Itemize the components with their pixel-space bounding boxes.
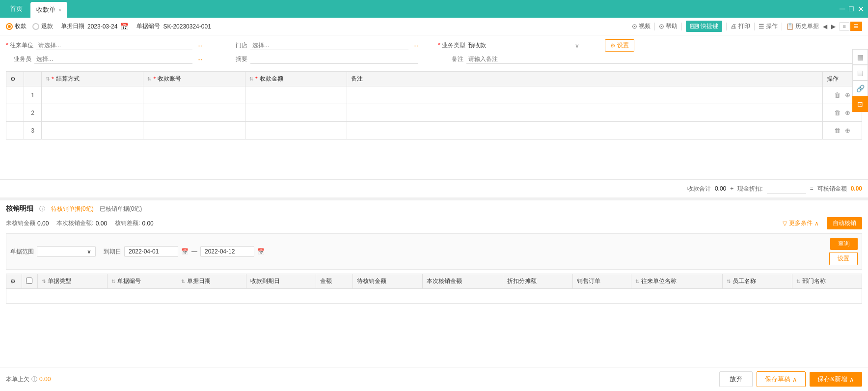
- sub-sort2[interactable]: ⇅: [111, 279, 115, 284]
- from-unit-ellipsis[interactable]: ···: [197, 42, 202, 49]
- bill-range-select[interactable]: ∨: [37, 246, 96, 257]
- query-btn[interactable]: 查询: [830, 238, 858, 250]
- video-btn[interactable]: ⊙ 视频: [632, 22, 651, 30]
- operation-btn[interactable]: ☰ 操作: [759, 22, 778, 30]
- date-from-input[interactable]: [124, 246, 178, 257]
- nav-right-icon[interactable]: ▶: [831, 23, 836, 30]
- sub-discount-col: 折扣分摊额: [503, 274, 573, 289]
- date-to-icon[interactable]: 📅: [257, 248, 265, 255]
- nav-tab-home[interactable]: 首页: [4, 0, 28, 18]
- receipt-account-cell[interactable]: [143, 86, 245, 104]
- shortcut-btn[interactable]: ⌨ 快捷键: [686, 21, 722, 32]
- discount-label: 现金折扣:: [737, 185, 762, 193]
- sub-sort1[interactable]: ⇅: [42, 279, 46, 284]
- stat-info-icon[interactable]: ⓘ: [31, 375, 37, 384]
- close-window-icon[interactable]: ✕: [858, 4, 864, 14]
- top-nav: 首页 收款单 × ─ □ ✕: [0, 0, 868, 18]
- table-footer: 收款合计 0.00 + 现金折扣: = 可核销金额 0.00: [0, 179, 868, 197]
- remark-cell[interactable]: [347, 122, 823, 140]
- discount-input[interactable]: [767, 184, 806, 194]
- settle-method-cell[interactable]: [42, 122, 143, 140]
- copy-icon[interactable]: ⊕: [845, 127, 850, 134]
- sub-from-unit-col: ⇅ 往来单位名称: [631, 274, 723, 289]
- receipt-amount-cell[interactable]: [245, 86, 347, 104]
- right-panel-btn2[interactable]: ▤: [852, 65, 868, 81]
- receipt-amount-header-label: 收款金额: [260, 75, 283, 83]
- print-btn[interactable]: 🖨 打印: [731, 22, 750, 30]
- staff-ellipsis[interactable]: ···: [197, 56, 202, 63]
- delete-icon[interactable]: 🗑: [834, 91, 841, 99]
- settle-sort-icon[interactable]: ⇅: [46, 76, 50, 82]
- abandon-button[interactable]: 放弃: [719, 371, 753, 387]
- business-type-chevron[interactable]: ∨: [575, 42, 579, 49]
- staff-field: 业务员 ···: [6, 55, 202, 64]
- receipt-amount-cell[interactable]: [245, 104, 347, 122]
- receipt-amount-cell[interactable]: [245, 122, 347, 140]
- amount-sort-icon[interactable]: ⇅: [249, 76, 253, 82]
- copy-icon[interactable]: ⊕: [845, 109, 850, 116]
- store-input[interactable]: [250, 41, 408, 50]
- summary-field: 摘要: [222, 55, 418, 64]
- remark-input[interactable]: [466, 55, 862, 64]
- sub-sort6[interactable]: ⇅: [796, 279, 800, 284]
- right-panel-btn3[interactable]: 🔗: [852, 81, 868, 96]
- sub-sort4[interactable]: ⇅: [635, 279, 639, 284]
- refund-radio-dot: [32, 23, 39, 30]
- sub-sort3[interactable]: ⇅: [181, 279, 185, 284]
- shortcut-label: 快捷键: [701, 22, 718, 30]
- calendar-icon[interactable]: 📅: [120, 23, 129, 30]
- nav-tab-receipt[interactable]: 收款单 ×: [30, 2, 67, 18]
- history-btn[interactable]: 📋 历史单据: [786, 22, 819, 30]
- receipt-account-cell[interactable]: [143, 104, 245, 122]
- pending-tab[interactable]: 待核销单据(0笔): [51, 205, 94, 213]
- settings-button[interactable]: ⚙ 设置: [605, 39, 634, 52]
- summary-input[interactable]: [250, 55, 418, 64]
- right-panel-btn1[interactable]: ▦: [852, 49, 868, 65]
- table-row: 3 🗑 ⊕: [6, 122, 862, 140]
- save-new-label: 保存&新增: [817, 375, 847, 384]
- reconcile-stats-row: 未核销金额 0.00 本次核销金额: 0.00 核销差额: 0.00 ▽ 更多条…: [6, 217, 862, 229]
- receipt-radio[interactable]: 收款: [6, 22, 27, 30]
- staff-input[interactable]: [34, 55, 192, 64]
- save-draft-button[interactable]: 保存草稿 ∧: [757, 371, 806, 387]
- date-to-input[interactable]: [200, 246, 254, 257]
- more-conditions-btn[interactable]: ▽ 更多条件 ∧: [783, 219, 819, 227]
- right-panel-btn4[interactable]: ⊡: [852, 96, 868, 112]
- copy-icon[interactable]: ⊕: [845, 91, 850, 99]
- view-btn-list[interactable]: ≡: [840, 22, 849, 31]
- from-unit-input[interactable]: [36, 41, 192, 50]
- maximize-icon[interactable]: □: [849, 4, 854, 13]
- receipt-account-cell[interactable]: [143, 122, 245, 140]
- store-ellipsis[interactable]: ···: [413, 42, 418, 49]
- reconcile-section: 核销明细 ⓘ 待核销单据(0笔) 已核销单据(0笔) 未核销金额 0.00 本次…: [0, 197, 868, 307]
- minimize-icon[interactable]: ─: [840, 4, 845, 13]
- remark-cell[interactable]: [347, 104, 823, 122]
- auto-reconcile-btn[interactable]: 自动核销: [827, 217, 862, 229]
- close-receipt-tab-icon[interactable]: ×: [58, 7, 61, 13]
- receipt-radio-dot: [6, 23, 13, 30]
- nav-left-icon[interactable]: ◀: [823, 23, 827, 30]
- done-tab[interactable]: 已核销单据(0笔): [100, 205, 142, 213]
- account-sort-icon[interactable]: ⇅: [147, 76, 151, 82]
- settle-method-cell[interactable]: [42, 86, 143, 104]
- help-btn[interactable]: ⊙ 帮助: [659, 22, 678, 30]
- delete-icon[interactable]: 🗑: [834, 109, 841, 116]
- save-new-button[interactable]: 保存&新增 ∧: [810, 372, 862, 387]
- sub-settings-icon[interactable]: ⚙: [10, 278, 16, 285]
- sub-sort5[interactable]: ⇅: [727, 279, 731, 284]
- filter-settings-btn[interactable]: 设置: [829, 252, 858, 265]
- view-btn-grid[interactable]: ☰: [850, 22, 862, 31]
- row-settings-cell: [6, 122, 24, 140]
- remark-cell[interactable]: [347, 86, 823, 104]
- refund-radio[interactable]: 退款: [32, 22, 53, 30]
- reconcile-info-icon[interactable]: ⓘ: [39, 205, 45, 213]
- unchecked-stat: 未核销金额 0.00: [6, 219, 49, 227]
- table-settings-icon[interactable]: ⚙: [10, 76, 16, 83]
- delete-icon[interactable]: 🗑: [834, 127, 841, 134]
- settle-method-cell[interactable]: [42, 104, 143, 122]
- sub-bill-type-label: 单据类型: [48, 277, 71, 285]
- select-all-checkbox[interactable]: [26, 278, 32, 284]
- date-from-icon[interactable]: 📅: [181, 248, 189, 255]
- video-icon: ⊙: [632, 23, 637, 30]
- sub-checkbox-col: [22, 274, 38, 289]
